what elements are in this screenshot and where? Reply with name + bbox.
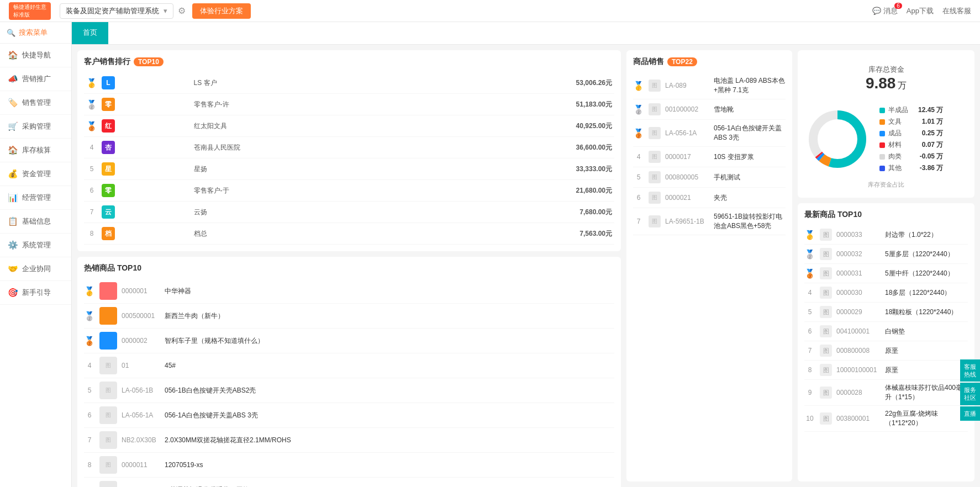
rank-icon: 10 <box>804 415 815 422</box>
system-name: 装备及固定资产辅助管理系统 <box>66 6 159 16</box>
online-service-btn[interactable]: 在线客服 <box>942 6 971 16</box>
table-row: 🥉 红 红太阳文具 40,925.00元 <box>84 115 614 137</box>
list-item: 7 图 000800008 原垩 <box>804 341 968 361</box>
rank-icon: 7 <box>633 218 644 225</box>
customer-avatar: 杏 <box>102 141 115 154</box>
new-product-name: 18颗粒板（1220*2440） <box>885 308 968 317</box>
finance-icon: 💰 <box>8 169 18 179</box>
sidebar-item-newbie[interactable]: 🎯 新手引导 <box>0 281 71 305</box>
settings-icon[interactable]: ⚙ <box>178 6 186 16</box>
new-product-icon: 图 <box>820 387 832 399</box>
new-product-icon: 图 <box>820 412 832 425</box>
legend-item: 成品 0.25 万 <box>879 129 943 138</box>
hot-products-list: 🥇 0000001 中华神器 🥈 000500001 新西兰牛肉（新牛） 🥉 0… <box>84 279 614 487</box>
sidebar-item-system[interactable]: ⚙️ 系统管理 <box>0 234 71 257</box>
rank-icon: 🥉 <box>804 268 815 279</box>
tab-home[interactable]: 首页 <box>72 22 108 44</box>
system-selector[interactable]: 装备及固定资产辅助管理系统 ▾ <box>60 3 173 19</box>
search-menu-btn[interactable]: 🔍 搜索菜单 <box>0 22 71 44</box>
new-product-name: 原垩 <box>885 366 968 375</box>
table-row: 8 档 档总 7,563.00元 <box>84 223 614 245</box>
rank-icon: 🥉 <box>633 128 644 139</box>
new-product-code: 000800008 <box>836 347 881 354</box>
new-product-code: 0000030 <box>836 289 881 297</box>
list-item: 9 图 KK-SD22110H 花语萌恒温分腿睡袋（厚款） <box>84 478 614 487</box>
list-item: 8 图 10000100001 原垩 <box>804 361 968 380</box>
app-download-btn[interactable]: App下载 <box>907 6 934 16</box>
chart-legend: 半成品 12.45 万 文具 1.01 万 成品 0.25 万 材料 0.07 … <box>879 105 943 173</box>
goods-name: 59651-1B旋转投影灯电池盒ABS黑色+58壳 <box>714 212 786 231</box>
messages-btn[interactable]: 💬 消息 6 <box>872 6 898 16</box>
sidebar-item-purchase[interactable]: 🛒 采购管理 <box>0 115 71 139</box>
service-community-btn[interactable]: 服务社区 <box>960 383 980 405</box>
customer-avatar: 档 <box>102 227 115 240</box>
sidebar-label-collab: 企业协同 <box>22 264 51 274</box>
customer-name: 零售客户-于 <box>192 180 427 202</box>
legend-color-dot <box>879 166 885 171</box>
list-item: 🥇 图 0000033 封边带（1.0*22） <box>804 225 968 245</box>
sidebar-label-finance: 资金管理 <box>22 169 51 179</box>
goods-name: 手机测试 <box>714 173 786 182</box>
sidebar-item-management[interactable]: 📊 经营管理 <box>0 186 71 210</box>
hot-products-title: 热销商品 TOP10 <box>84 263 614 273</box>
rank-number: 8 <box>84 223 99 245</box>
product-placeholder: 图 <box>99 382 117 399</box>
new-product-code: 003800001 <box>836 415 881 422</box>
list-item: 6 图 004100001 白钢垫 <box>804 322 968 341</box>
customer-hotline-btn[interactable]: 客服热线 <box>960 359 980 382</box>
goods-name: 雪地靴 <box>714 105 786 114</box>
customer-avatar: 云 <box>102 205 115 219</box>
goods-ranking-title: 商品销售 TOP22 <box>633 57 786 67</box>
sidebar-item-inventory[interactable]: 🏠 库存核算 <box>0 139 71 162</box>
product-name: 056-1A白色按键开关盖ABS 3壳 <box>165 411 614 420</box>
customer-ranking-badge: TOP10 <box>134 57 164 66</box>
goods-list: 🥇 图 LA-089 电池盖 LA-089 ABS本色+黑种 7.1克 🥈 图 … <box>633 72 786 235</box>
basic-info-icon: 📋 <box>8 216 18 226</box>
goods-code: 000800005 <box>665 173 709 181</box>
trial-btn[interactable]: 体验行业方案 <box>192 3 251 19</box>
product-placeholder: 图 <box>99 406 117 424</box>
left-column: 客户销售排行 TOP10 🥇 L LS 客户 53,006.26元 🥈 零 零售… <box>77 50 621 481</box>
rank-number: 5 <box>84 158 99 180</box>
list-item: 🥉 0000002 智利车子里（规格不知道填什么） <box>84 329 614 353</box>
customer-amount: 7,680.00元 <box>426 202 614 223</box>
rank-icon: 5 <box>804 308 815 316</box>
rank-icon: 🥇 <box>804 230 815 240</box>
customer-name: LS 客户 <box>192 72 427 94</box>
hot-products-title-text: 热销商品 TOP10 <box>84 263 141 273</box>
product-name: 中华神器 <box>165 287 614 296</box>
product-placeholder: 图 <box>99 481 117 487</box>
legend-name: 其他 <box>888 163 910 173</box>
sidebar-item-finance[interactable]: 💰 资金管理 <box>0 162 71 186</box>
product-code: NB2.0X30B <box>122 436 160 444</box>
tab-home-label: 首页 <box>83 28 97 36</box>
customer-amount: 51,183.00元 <box>426 94 614 115</box>
product-name: 056-1B白色按键开关壳ABS2壳 <box>165 386 614 395</box>
mid-column: 商品销售 TOP22 🥇 图 LA-089 电池盖 LA-089 ABS本色+黑… <box>626 50 792 481</box>
rank-avatar-cell: 杏 <box>99 137 192 158</box>
sidebar-item-marketing[interactable]: 📣 营销推广 <box>0 67 71 91</box>
sidebar-item-collab[interactable]: 🤝 企业协同 <box>0 257 71 281</box>
legend-name: 文具 <box>888 117 910 126</box>
sidebar-item-basic-info[interactable]: 📋 基础信息 <box>0 210 71 234</box>
customer-amount: 53,006.26元 <box>426 72 614 94</box>
rank-icon: 🥈 <box>804 249 815 260</box>
legend-value: 12.45 万 <box>914 105 943 115</box>
product-image <box>99 282 117 300</box>
legend-value: 0.07 万 <box>918 140 944 150</box>
list-item: 7 图 LA-59651-1B 59651-1B旋转投影灯电池盒ABS黑色+58… <box>633 208 786 235</box>
legend-color-dot <box>879 108 885 113</box>
list-item: 4 图 01 45# <box>84 353 614 378</box>
sidebar-item-quicknav[interactable]: 🏠 快捷导航 <box>0 44 71 67</box>
sidebar-item-sales[interactable]: 🏷️ 销售管理 <box>0 91 71 115</box>
customer-ranking-title: 客户销售排行 TOP10 <box>84 57 614 67</box>
page-body: 客户销售排行 TOP10 🥇 L LS 客户 53,006.26元 🥈 零 零售… <box>72 45 980 487</box>
new-product-code: 004100001 <box>836 327 881 335</box>
product-placeholder: 图 <box>649 171 661 183</box>
list-item: 🥇 0000001 中华神器 <box>84 279 614 304</box>
customer-amount: 33,333.00元 <box>426 158 614 180</box>
live-btn[interactable]: 直播 <box>960 406 980 421</box>
legend-item: 材料 0.07 万 <box>879 140 943 150</box>
product-name: 智利车子里（规格不知道填什么） <box>165 336 614 346</box>
product-placeholder: 图 <box>649 103 661 115</box>
